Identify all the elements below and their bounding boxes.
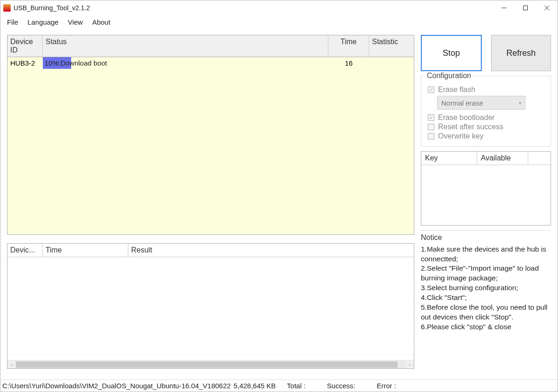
status-success-label: Success:: [327, 382, 355, 390]
header-device-id[interactable]: Device ID: [7, 35, 43, 57]
cell-device-id: HUB3-2: [7, 57, 43, 69]
window-controls: [493, 0, 558, 15]
grid-header: Device ID Status Time Statistic: [7, 35, 414, 57]
erase-mode-value: Normal erase: [441, 99, 483, 107]
notice-title: Notice: [421, 233, 551, 243]
chevron-down-icon: ▾: [519, 100, 521, 106]
key-header-key[interactable]: Key: [421, 152, 477, 165]
maximize-icon: [523, 5, 528, 11]
menu-about[interactable]: About: [88, 17, 114, 27]
status-size: 5,428,645 KB: [233, 382, 276, 390]
overwrite-key-checkbox[interactable]: Overwrite key: [428, 132, 544, 140]
reset-after-label: Reset after success: [438, 123, 504, 131]
close-icon: [544, 5, 550, 11]
horizontal-scrollbar[interactable]: ‹ ›: [7, 360, 414, 368]
status-total-label: Total :: [287, 382, 306, 390]
window-title: USB_Burning_Tool_v2.1.2: [13, 4, 90, 12]
notice-line: 6.Please click "stop" & close: [421, 322, 551, 332]
menu-view[interactable]: View: [64, 17, 86, 27]
titlebar: USB_Burning_Tool_v2.1.2: [0, 0, 558, 15]
key-table: Key Available: [421, 151, 551, 226]
erase-flash-label: Erase flash: [438, 86, 475, 94]
minimize-button[interactable]: [493, 0, 515, 15]
maximize-button[interactable]: [515, 0, 536, 15]
key-table-header: Key Available: [421, 152, 551, 165]
erase-flash-checkbox[interactable]: ✓ Erase flash: [428, 86, 544, 94]
notice-line: 5.Before close the tool, you need to pul…: [421, 303, 551, 322]
notice-line: 4.Click "Start";: [421, 293, 551, 303]
erase-bootloader-checkbox[interactable]: ✓ Erase bootloader: [428, 113, 544, 122]
app-icon: [3, 4, 11, 12]
header-time[interactable]: Time: [328, 35, 369, 57]
status-text: 10%:Download boot: [45, 59, 107, 67]
device-status-grid: Device ID Status Time Statistic HUB3-2 1…: [7, 35, 414, 235]
svg-rect-1: [524, 6, 528, 10]
result-header-device[interactable]: Devic...: [7, 244, 43, 257]
left-column: Device ID Status Time Statistic HUB3-2 1…: [7, 35, 414, 379]
cell-statistic: [369, 57, 414, 69]
menubar: File Language View About: [0, 15, 558, 28]
cell-time: 16: [328, 57, 369, 69]
action-buttons: Stop Refresh: [421, 35, 551, 71]
result-grid: Devic... Time Result ‹ ›: [7, 243, 414, 369]
content-area: Device ID Status Time Statistic HUB3-2 1…: [0, 28, 558, 379]
app-window: USB_Burning_Tool_v2.1.2 File Language Vi…: [0, 0, 558, 392]
status-path: C:\Users\Yuri\Downloads\VIM2_DualOS_Noug…: [2, 382, 231, 390]
config-title: Configuration: [425, 72, 473, 80]
header-status[interactable]: Status: [43, 35, 328, 57]
statusbar: C:\Users\Yuri\Downloads\VIM2_DualOS_Noug…: [0, 379, 558, 392]
checkbox-icon: ✓: [428, 86, 434, 93]
reset-after-checkbox[interactable]: Reset after success: [428, 123, 544, 131]
key-header-available[interactable]: Available: [477, 152, 528, 165]
checkbox-icon: [428, 124, 434, 130]
scroll-track[interactable]: [16, 361, 405, 368]
result-grid-header: Devic... Time Result: [7, 244, 414, 257]
stop-button[interactable]: Stop: [421, 35, 482, 71]
notice-line: 1.Make sure the devices and the hub is c…: [421, 245, 551, 264]
close-button[interactable]: [536, 0, 558, 15]
table-row[interactable]: HUB3-2 10%:Download boot 16: [7, 57, 414, 69]
notice-line: 3.Select burning configuration;: [421, 283, 551, 293]
result-header-result[interactable]: Result: [128, 244, 414, 257]
header-statistic[interactable]: Statistic: [369, 35, 414, 57]
right-column: Stop Refresh Configuration ✓ Erase flash…: [421, 35, 551, 379]
checkbox-icon: [428, 133, 434, 140]
key-header-spacer: [528, 152, 551, 165]
scroll-right-icon[interactable]: ›: [405, 362, 414, 367]
scroll-left-icon[interactable]: ‹: [7, 362, 16, 367]
status-error-label: Error :: [377, 382, 396, 390]
configuration-group: Configuration ✓ Erase flash Normal erase…: [421, 76, 551, 146]
refresh-button[interactable]: Refresh: [491, 35, 551, 71]
menu-language[interactable]: Language: [24, 17, 62, 27]
result-header-time[interactable]: Time: [43, 244, 128, 257]
overwrite-key-label: Overwrite key: [438, 132, 484, 140]
erase-mode-select[interactable]: Normal erase ▾: [437, 96, 525, 110]
notice-line: 2.Select "File"-"Import image" to load b…: [421, 264, 551, 283]
erase-bootloader-label: Erase bootloader: [438, 113, 495, 122]
scroll-thumb[interactable]: [16, 361, 398, 368]
menu-file[interactable]: File: [3, 17, 22, 27]
minimize-icon: [501, 5, 507, 11]
result-grid-body: [7, 257, 414, 360]
cell-status: 10%:Download boot: [43, 57, 328, 69]
notice-panel: Notice 1.Make sure the devices and the h…: [421, 230, 551, 379]
checkbox-icon: ✓: [428, 114, 434, 121]
